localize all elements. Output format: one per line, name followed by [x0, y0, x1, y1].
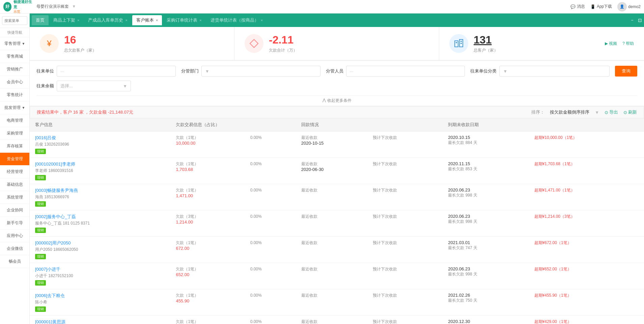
tab-close-product-shelf[interactable]: ×	[77, 18, 79, 22]
customer-name-7[interactable]: [000001]黄思源	[35, 319, 65, 324]
next-pay-label-1: 预计下次收款	[373, 161, 438, 167]
customer-name-0[interactable]: [0016]吕俊	[35, 135, 56, 140]
export-icon: ⊙	[605, 110, 608, 115]
due-date-cell-7: 2020.12.30 最长欠款 808 天	[443, 316, 529, 324]
refresh-btn[interactable]: ⊙ 刷新	[623, 109, 637, 115]
sidebar-item-stock-check[interactable]: 库存核算	[0, 140, 29, 153]
svg-rect-4	[460, 41, 462, 42]
tab-actions: － ⊡	[630, 17, 642, 23]
overdue-link-0[interactable]: 超期¥10,000.00（1笔）	[534, 135, 577, 140]
sidebar-item-basic-info[interactable]: 基础信息	[0, 178, 29, 191]
customer-name-1[interactable]: [0001020001]李老师	[35, 161, 75, 167]
tab-product-shelf[interactable]: 商品上下架 ×	[49, 15, 83, 25]
arrears-amount-2[interactable]: 1,471.00	[176, 193, 236, 198]
tab-close-customer-account[interactable]: ×	[156, 18, 158, 22]
user-profile-btn[interactable]: 👤 demo2	[617, 2, 641, 11]
tab-close-purchase-order[interactable]: ×	[199, 18, 201, 22]
arrears-amount-6[interactable]: 455.90	[176, 298, 236, 303]
sidebar-item-capital-mgmt[interactable]: 资金管理	[0, 153, 29, 166]
customer-info-cell-4: [000002]用户2050 用户2050 18665062050 现销	[30, 237, 170, 263]
arrears-amount-0[interactable]: 10,000.00	[176, 141, 236, 146]
max-days-2: 最长欠款 998 天	[448, 193, 523, 198]
due-date-7: 2020.12.30	[448, 319, 523, 324]
tab-close-product-history[interactable]: ×	[125, 18, 127, 22]
tab-minimize-icon[interactable]: －	[630, 17, 635, 23]
sidebar-item-ops-mgmt[interactable]: 经营管理	[0, 166, 29, 178]
next-pay-label-7: 预计下次收款	[373, 319, 438, 324]
tab-maximize-icon[interactable]: ⊡	[638, 18, 642, 23]
tab-bar: 首页 商品上下架 × 产成品入库单历史 × 客户账本 × 采购订单统计表 ×	[30, 13, 644, 27]
search-button[interactable]: 查询	[615, 66, 637, 77]
results-info: 搜索结果中，客户 16 家 ，欠款金额 -21,148.07元	[37, 109, 133, 115]
arrears-amount-1[interactable]: 1,703.68	[176, 167, 236, 172]
sidebar-item-ecommerce[interactable]: 电商管理	[0, 114, 29, 127]
sort-value[interactable]: 按欠款金额倒序排序	[550, 109, 589, 115]
sidebar-item-app-center[interactable]: 应用中心	[0, 230, 29, 242]
tab-product-history[interactable]: 产成品入库单历史 ×	[84, 15, 131, 25]
overdue-link-4[interactable]: 超期¥672.00（1笔）	[534, 240, 571, 245]
overdue-link-3[interactable]: 超期¥1,214.00（3笔）	[534, 214, 575, 219]
sidebar-item-member-vip[interactable]: 畅会员	[0, 255, 29, 268]
table-row: [0016]吕俊 吕俊 13026203696 现销 欠款（1笔） 10,000…	[30, 131, 644, 158]
recovery-date-cell-4: 最近收款	[296, 237, 367, 263]
search-input[interactable]	[2, 16, 27, 25]
tab-purchase-order[interactable]: 采购订单统计表 ×	[163, 15, 205, 25]
overdue-link-7[interactable]: 超期¥429.00（1笔）	[534, 319, 571, 324]
sidebar-item-marketing[interactable]: 营销推广	[0, 63, 29, 76]
overdue-link-5[interactable]: 超期¥652.00（1笔）	[534, 267, 571, 271]
sidebar-item-retail-stats[interactable]: 零售统计	[0, 89, 29, 101]
customer-tag-6: 现销	[35, 306, 46, 312]
customer-name-3[interactable]: [0002]服务中心_丁磊	[35, 214, 76, 219]
customer-contact-5: 小进千 18279152100	[35, 273, 165, 279]
message-btn[interactable]: 💬 消息	[570, 4, 585, 9]
sidebar-item-corp-collab[interactable]: 企业协同	[0, 204, 29, 217]
due-date-0: 2020.10.15	[448, 135, 523, 140]
sidebar-item-retail-mall[interactable]: 零售商城	[0, 50, 29, 63]
customer-name-4[interactable]: [000002]用户2050	[35, 240, 71, 245]
app-download-btn[interactable]: 📱 App下载	[590, 4, 612, 9]
customer-name-6[interactable]: [0006]去下粮仓	[35, 293, 65, 298]
filter-supplier-input[interactable]: ···	[57, 66, 176, 77]
filter-dept-input[interactable]: ▼	[201, 66, 320, 77]
tab-close-purchase-stats[interactable]: ×	[261, 18, 263, 22]
export-btn[interactable]: ⊙ 导出	[605, 109, 618, 115]
sidebar-item-corp-wechat[interactable]: 企业微信	[0, 242, 29, 255]
filter-manager-input[interactable]: ···	[346, 66, 465, 77]
overdue-link-1[interactable]: 超期¥1,703.68（1笔）	[534, 161, 575, 166]
table-header-row: 客户信息 欠款交易信息（占比） 回款情况 到期未收款日期	[30, 118, 644, 131]
tab-customer-account[interactable]: 客户账本 ×	[132, 15, 162, 25]
overdue-link-6[interactable]: 超期¥455.90（1笔）	[534, 293, 571, 298]
arrears-amount-3[interactable]: 1,214.00	[176, 219, 236, 225]
arrears-pct-cell-7: 0.00%	[242, 316, 296, 324]
filter-balance-input[interactable]: 选择... ▼	[57, 81, 131, 91]
tab-home[interactable]: 首页	[32, 15, 49, 25]
sidebar-item-retail-mgmt[interactable]: 零售管理 ▼	[0, 37, 29, 50]
filter-cat-input[interactable]: ▼	[499, 66, 610, 77]
top-bar-right: 💬 消息 📱 App下载 👤 demo2	[570, 2, 641, 11]
svg-marker-0	[250, 39, 258, 48]
overdue-link-2[interactable]: 超期¥1,471.00（1笔）	[534, 188, 575, 193]
tab-purchase-stats[interactable]: 进货单统计表（按商品） ×	[206, 15, 267, 25]
stat-info-amount: -2.11 欠款合计（万）	[269, 34, 297, 53]
sidebar-item-new-guide[interactable]: 新手引导	[0, 217, 29, 230]
arrears-amount-5[interactable]: 652.00	[176, 272, 236, 277]
customer-contact-0: 吕俊 13026203696	[35, 142, 165, 147]
sidebar-item-purchase-mgmt[interactable]: 采购管理	[0, 127, 29, 140]
customer-name-2[interactable]: [0003]畅捷服务尹海燕	[35, 188, 78, 193]
sidebar-item-sys-mgmt[interactable]: 系统管理	[0, 191, 29, 204]
arrears-pct-1: 0.00%	[250, 161, 262, 166]
next-pay-cell-7: 预计下次收款	[367, 316, 443, 324]
sidebar-item-batch-mgmt[interactable]: 批发管理 ▼	[0, 101, 29, 114]
filter-collapse-btn[interactable]: ⋀ 收起更多条件	[36, 95, 637, 106]
customer-name-5[interactable]: [0007]小进千	[35, 267, 60, 272]
recovery-date-cell-6: 最近收款	[296, 289, 367, 316]
video-link[interactable]: ▶ 视频	[605, 41, 617, 47]
due-date-2: 2020.06.23	[448, 187, 523, 193]
filter-manager: 分管人员 ···	[326, 66, 465, 77]
filter-row-1: 往来单位 ··· 分管部门 ▼ 分管人员	[36, 66, 637, 77]
sidebar-item-quick-nav[interactable]: 快捷导航	[0, 28, 29, 37]
help-link[interactable]: ? 帮助	[622, 41, 634, 47]
customer-tag-3: 现销	[35, 228, 46, 233]
arrears-amount-4[interactable]: 672.00	[176, 246, 236, 251]
sidebar-item-membership[interactable]: 会员中心	[0, 76, 29, 89]
